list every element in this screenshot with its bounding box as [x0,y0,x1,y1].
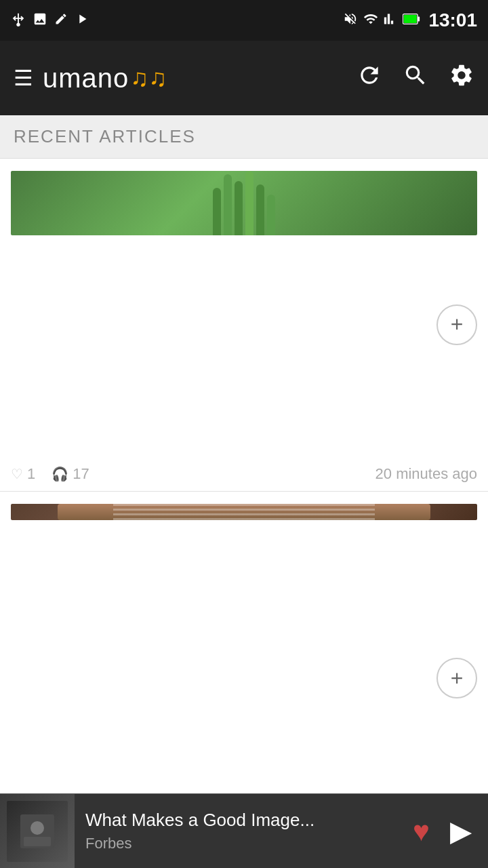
article-main-row: Asparagus Helps Lower Blood Pressure (At… [11,171,477,454]
heart-icon: ♡ [11,466,23,482]
toolbar-left: ☰ umano ♫♫ [14,63,167,94]
now-playing-controls: ♥ ▶ [413,814,488,848]
svg-rect-1 [418,16,420,21]
battery-icon [403,13,420,28]
now-playing-title: What Makes a Good Image... [85,810,402,831]
likes-stat: ♡ 1 [11,465,35,483]
article-thumbnail [11,504,477,520]
svg-rect-5 [24,837,51,846]
now-playing-thumbnail [0,794,75,869]
section-title: RECENT ARTICLES [14,126,196,146]
like-button[interactable]: ♥ [413,815,430,848]
status-bar-right-icons: 13:01 [343,9,477,31]
listens-stat: 🎧 17 [52,465,89,483]
status-time: 13:01 [428,9,477,31]
svg-point-4 [30,821,44,835]
articles-list: Asparagus Helps Lower Blood Pressure (At… [0,159,488,868]
logo-text: umano [43,63,129,94]
toolbar-right [357,62,474,94]
mute-icon [343,12,358,30]
article-timestamp: 20 minutes ago [375,465,477,483]
article-item[interactable]: Asparagus Helps Lower Blood Pressure (At… [0,159,488,492]
now-playing-info: What Makes a Good Image... Forbes [75,810,413,852]
article-main-row: Use Eastern Medicine To Trick Your Body … [11,504,477,829]
search-button[interactable] [403,62,428,94]
article-footer: ♡ 1 🎧 17 20 minutes ago [11,461,477,483]
image-icon [33,12,47,30]
refresh-button[interactable] [357,62,382,94]
article-thumbnail [11,171,477,235]
headphones-icon: 🎧 [52,466,68,482]
section-header: RECENT ARTICLES [0,115,488,159]
pencil-icon [54,12,68,29]
add-to-playlist-button[interactable]: + [436,658,477,698]
logo-wave-icon: ♫♫ [130,64,167,92]
status-bar: 13:01 [0,0,488,41]
asparagus-visual [58,171,430,235]
svg-rect-2 [404,14,417,22]
menu-icon[interactable]: ☰ [14,65,33,91]
now-playing-bar: What Makes a Good Image... Forbes ♥ ▶ [0,793,488,868]
eastern-visual [58,504,430,520]
status-bar-left-icons [11,12,89,30]
logo: umano ♫♫ [43,63,167,94]
listens-count: 17 [73,465,89,483]
settings-button[interactable] [449,62,474,94]
usb-icon [11,12,26,30]
play-button[interactable]: ▶ [450,814,472,848]
signal-icon [384,12,397,30]
toolbar: ☰ umano ♫♫ [0,41,488,115]
wifi-icon [363,12,378,30]
now-playing-thumb-visual [7,801,68,862]
article-stats: ♡ 1 🎧 17 [11,465,89,483]
add-to-playlist-button[interactable]: + [436,304,477,345]
now-playing-source: Forbes [85,835,402,852]
play-status-icon [75,12,89,30]
likes-count: 1 [27,465,35,483]
